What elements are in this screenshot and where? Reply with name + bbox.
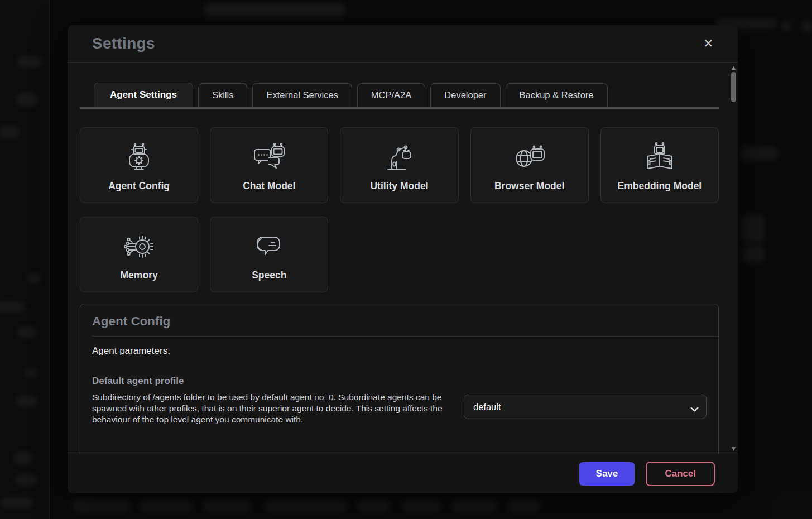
card-label: Agent Config — [108, 180, 170, 192]
section-divider — [92, 336, 718, 337]
agent-config-section: Agent Config Agent parameters. Default a… — [80, 304, 719, 454]
background-blur-dot — [781, 21, 791, 31]
speech-bubble-icon — [251, 232, 287, 264]
robot-reading-book-icon — [642, 142, 678, 175]
field-description: Subdirectory of /agents folder to be use… — [92, 392, 454, 425]
background-blur-pill — [264, 499, 348, 512]
card-agent-config[interactable]: Agent Config — [80, 127, 198, 203]
modal-body: Agent Settings Skills External Services … — [68, 63, 738, 454]
background-blur-blob — [25, 368, 38, 377]
background-blur-panel — [742, 246, 765, 262]
chat-bubbles-robot-icon — [251, 142, 287, 175]
save-button[interactable]: Save — [579, 462, 635, 486]
background-blur-blob — [27, 273, 41, 283]
background-blur-blob — [0, 126, 20, 139]
globe-robot-icon — [512, 142, 547, 175]
background-blur-blob — [17, 326, 37, 338]
card-label: Memory — [121, 270, 158, 281]
card-speech[interactable]: Speech — [210, 217, 328, 292]
settings-card-grid: Agent Config Chat Model — [80, 127, 719, 292]
modal-title: Settings — [92, 35, 155, 52]
background-blur-pill — [402, 499, 441, 512]
background-bottom-toolbar — [53, 494, 812, 519]
default-agent-profile-select-wrap: default — [464, 395, 707, 419]
modal-header: Settings ✕ — [68, 25, 738, 63]
background-blur-pill — [357, 499, 391, 512]
background-blur-pill — [203, 499, 252, 512]
tab-backup-restore[interactable]: Backup & Restore — [506, 83, 608, 107]
card-label: Browser Model — [494, 180, 564, 192]
tab-mcp-a2a[interactable]: MCP/A2A — [357, 83, 425, 107]
field-default-agent-profile: Default agent profile Subdirectory of /a… — [92, 376, 707, 425]
modal-scrollbar[interactable]: ▲ ▼ — [730, 64, 737, 452]
section-title: Agent Config — [92, 314, 707, 329]
settings-modal: Settings ✕ Agent Settings Skills Externa… — [68, 25, 738, 493]
card-label: Chat Model — [243, 180, 295, 192]
close-icon[interactable]: ✕ — [701, 36, 715, 52]
scrollbar-thumb[interactable] — [731, 72, 736, 102]
tab-external-services[interactable]: External Services — [252, 83, 352, 107]
card-label: Utility Model — [370, 180, 428, 192]
card-memory[interactable]: Memory — [80, 217, 198, 292]
default-agent-profile-select[interactable]: default — [464, 395, 707, 419]
background-blur-pill — [73, 499, 131, 512]
card-label: Embedding Model — [618, 180, 702, 192]
card-embedding-model[interactable]: Embedding Model — [600, 127, 719, 203]
robot-arm-icon — [381, 142, 417, 175]
card-utility-model[interactable]: Utility Model — [340, 127, 458, 203]
background-blur-pill — [452, 499, 498, 512]
background-blur-text — [739, 146, 779, 161]
tab-skills[interactable]: Skills — [198, 83, 248, 107]
background-blur-pill — [140, 499, 193, 512]
background-sidebar — [0, 0, 50, 519]
tab-developer[interactable]: Developer — [430, 83, 500, 107]
background-blur-blob — [13, 452, 32, 464]
background-blur-blob — [16, 395, 38, 407]
scrollbar-up-arrow[interactable]: ▲ — [730, 64, 737, 71]
background-blur-pill — [508, 499, 540, 512]
background-blur-dot — [801, 20, 812, 32]
card-chat-model[interactable]: Chat Model — [210, 127, 328, 203]
background-blur-blob — [17, 56, 42, 68]
circuit-gear-icon — [121, 232, 157, 264]
background-blur-panel — [741, 215, 765, 243]
card-browser-model[interactable]: Browser Model — [470, 127, 589, 203]
background-blur-message — [204, 2, 346, 17]
cancel-button[interactable]: Cancel — [646, 462, 715, 486]
background-blur-blob — [0, 301, 25, 313]
modal-footer: Save Cancel — [68, 454, 738, 493]
field-label: Default agent profile — [92, 376, 707, 387]
card-label: Speech — [252, 270, 286, 281]
background-blur-blob — [0, 498, 33, 508]
scrollbar-down-arrow[interactable]: ▼ — [730, 445, 737, 452]
robot-monitor-gear-icon — [121, 142, 157, 175]
section-subtitle: Agent parameters. — [92, 345, 707, 357]
background-blur-blob — [15, 474, 38, 486]
tab-bar: Agent Settings Skills External Services … — [80, 83, 719, 109]
background-blur-blob — [16, 92, 38, 107]
tab-agent-settings[interactable]: Agent Settings — [94, 83, 193, 107]
